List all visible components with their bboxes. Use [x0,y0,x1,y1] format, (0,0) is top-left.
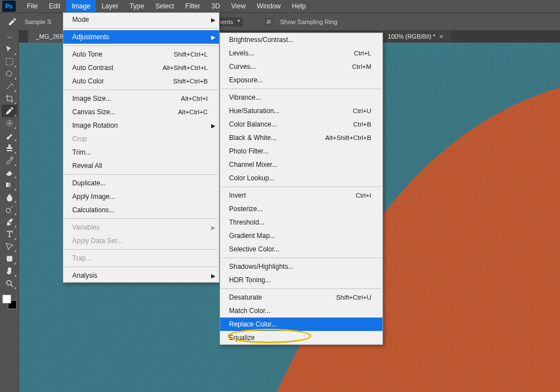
menu-item-desaturate[interactable]: DesaturateShift+Ctrl+U [220,291,382,304]
menubar-item-layer[interactable]: Layer [96,0,124,12]
menu-item-apply-image[interactable]: Apply Image... [63,190,219,203]
menu-item-label: Crop [72,135,208,143]
tool-dodge[interactable] [2,203,17,216]
menu-item-auto-color[interactable]: Auto ColorShift+Ctrl+B [63,74,219,88]
svg-rect-5 [6,183,13,187]
menu-item-label: Match Color... [229,307,371,315]
menu-separator [64,174,218,175]
expand-icon[interactable] [2,34,17,41]
menu-item-trap: Trap... [63,251,219,265]
menu-item-channel-mixer[interactable]: Channel Mixer... [220,158,382,171]
tool-move[interactable] [2,43,17,55]
tool-healing[interactable] [2,117,17,129]
tool-wand[interactable] [2,80,17,92]
menu-item-auto-contrast[interactable]: Auto ContrastAlt+Shift+Ctrl+L [63,61,219,74]
menu-item-color-balance[interactable]: Color Balance...Ctrl+B [220,118,382,131]
menu-item-trim[interactable]: Trim... [63,146,219,159]
menubar-item-edit[interactable]: Edit [43,0,66,12]
tool-marquee[interactable] [2,55,17,68]
menu-separator [64,218,218,219]
menu-item-label: Image Rotation [72,122,208,129]
menubar-item-window[interactable]: Window [251,0,287,12]
menu-item-label: Gradient Map... [229,232,371,240]
menu-item-mode[interactable]: Mode▶ [63,13,219,26]
tool-zoom[interactable] [2,277,17,290]
submenu-arrow-icon: ▶ [211,225,216,231]
menubar-item-filter[interactable]: Filter [180,0,206,12]
menubar-item-3d[interactable]: 3D [206,0,225,12]
tool-eraser[interactable] [2,166,17,179]
menu-item-color-lookup[interactable]: Color Lookup... [220,171,382,185]
menu-item-label: Levels... [229,49,337,57]
menu-item-levels[interactable]: Levels...Ctrl+L [220,46,382,60]
menu-item-label: Auto Color [72,77,156,85]
menubar-item-type[interactable]: Type [124,0,150,12]
document-tab[interactable]: 100% (RGB/8#) * ✕ [380,30,451,43]
menu-item-reveal-all[interactable]: Reveal All [63,159,219,172]
tool-preset-icon[interactable] [6,15,19,29]
menu-item-label: Calculations... [72,206,208,214]
menu-separator [64,90,218,90]
tool-eyedropper[interactable] [2,105,17,117]
menu-item-image-rotation[interactable]: Image Rotation▶ [63,119,219,132]
menu-item-image-size[interactable]: Image Size...Alt+Ctrl+I [63,92,219,105]
show-ring-label: Show Sampling Ring [280,18,337,25]
menu-separator [221,88,381,89]
menu-item-exposure[interactable]: Exposure... [220,73,382,87]
menubar-item-select[interactable]: Select [150,0,179,12]
tool-brush[interactable] [2,129,17,142]
menu-item-hue-saturation[interactable]: Hue/Saturation...Ctrl+U [220,104,382,118]
menu-item-match-color[interactable]: Match Color... [220,304,382,318]
menu-item-vibrance[interactable]: Vibrance... [220,91,382,104]
menu-item-auto-tone[interactable]: Auto ToneShift+Ctrl+L [63,48,219,61]
menu-separator [221,288,381,289]
app-logo: Ps [2,1,16,12]
tool-hand[interactable] [2,265,17,277]
menu-item-shortcut: Alt+Shift+Ctrl+B [325,134,371,141]
menu-item-canvas-size[interactable]: Canvas Size...Alt+Ctrl+C [63,105,219,119]
menubar-item-help[interactable]: Help [286,0,311,12]
menu-item-label: Exposure... [229,76,371,84]
submenu-arrow-icon: ▶ [211,34,216,40]
tool-crop[interactable] [2,92,17,105]
tool-blur[interactable] [2,191,17,203]
menubar-item-image[interactable]: Image [66,0,96,12]
menu-item-label: Replace Color... [229,320,371,328]
foreground-color-swatch[interactable] [2,295,11,304]
menubar-item-file[interactable]: File [21,0,43,12]
menu-item-duplicate[interactable]: Duplicate... [63,176,219,190]
menu-item-brightness-contrast[interactable]: Brightness/Contrast... [220,33,382,46]
close-icon[interactable]: ✕ [439,34,444,40]
menubar-item-view[interactable]: View [226,0,251,12]
menu-item-threshold[interactable]: Threshold... [220,216,382,229]
tool-stamp[interactable] [2,142,17,154]
menu-item-equalize[interactable]: Equalize [220,331,382,344]
menu-item-replace-color[interactable]: Replace Color... [220,318,382,331]
menu-item-invert[interactable]: InvertCtrl+I [220,189,382,202]
menu-item-hdr-toning[interactable]: HDR Toning... [220,273,382,287]
image-menu: Mode▶Adjustments▶Auto ToneShift+Ctrl+LAu… [63,12,220,283]
submenu-arrow-icon: ▶ [211,273,216,279]
menu-separator [221,186,381,187]
tool-history[interactable] [2,154,17,166]
menu-item-analysis[interactable]: Analysis▶ [63,269,219,282]
tool-pen[interactable] [2,216,17,228]
menu-item-apply-data-set: Apply Data Set... [63,234,219,248]
menu-item-black-white[interactable]: Black & White...Alt+Shift+Ctrl+B [220,131,382,144]
menu-item-gradient-map[interactable]: Gradient Map... [220,229,382,242]
menu-item-posterize[interactable]: Posterize... [220,202,382,216]
tool-type[interactable] [2,228,17,240]
tool-gradient[interactable] [2,179,17,191]
menu-item-calculations[interactable]: Calculations... [63,203,219,217]
menu-item-curves[interactable]: Curves...Ctrl+M [220,60,382,73]
tool-path[interactable] [2,240,17,253]
menu-separator [64,45,218,46]
tool-lasso[interactable] [2,68,17,80]
menu-item-photo-filter[interactable]: Photo Filter... [220,144,382,158]
menu-item-adjustments[interactable]: Adjustments▶ [63,30,219,44]
tool-shape[interactable] [2,253,17,265]
menu-item-selective-color[interactable]: Selective Color... [220,242,382,256]
color-swatches[interactable] [2,295,17,309]
menu-item-shadows-highlights[interactable]: Shadows/Highlights... [220,260,382,273]
show-ring-checkbox[interactable]: ✓ [265,18,272,25]
